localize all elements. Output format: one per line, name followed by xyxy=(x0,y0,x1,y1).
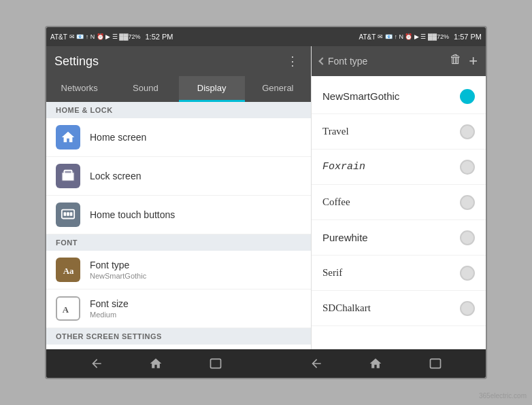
radio-newsmartgothic[interactable] xyxy=(460,89,475,104)
home-nav-left[interactable] xyxy=(149,357,163,370)
font-type-icon: Aa xyxy=(56,258,80,282)
font-name-coffee: Coffee xyxy=(322,196,460,208)
main-area: Settings ⋮ Networks Sound Display Gen xyxy=(46,46,486,349)
app-bar-left: Settings ⋮ xyxy=(46,46,311,76)
radio-coffee[interactable] xyxy=(460,195,475,210)
back-nav-icon-left xyxy=(90,357,103,370)
lock-screen-title: Lock screen xyxy=(90,171,301,181)
tab-sound[interactable]: Sound xyxy=(112,76,178,102)
font-type-text: Font type NewSmartGothic xyxy=(90,260,301,280)
font-item-coffee[interactable]: Coffee xyxy=(312,185,486,220)
right-bar-icons: 🗑 + xyxy=(450,52,478,70)
font-size-icon: A xyxy=(56,296,80,321)
settings-list: HOME & LOCK Home screen xyxy=(46,102,311,349)
section-font: FONT xyxy=(46,234,311,251)
section-other-screen: OTHER SCREEN SETTINGS xyxy=(46,328,311,345)
setting-font-type[interactable]: Aa Font type NewSmartGothic xyxy=(46,251,311,289)
lock-screen-icon xyxy=(56,164,80,188)
font-type-title: Font type xyxy=(90,260,301,270)
settings-title: Settings xyxy=(54,54,282,69)
right-panel: Font type 🗑 + NewSmartGothic Tr xyxy=(312,46,486,349)
nav-bar-left xyxy=(46,357,266,370)
left-panel: Settings ⋮ Networks Sound Display Gen xyxy=(46,46,312,349)
home-screen-icon xyxy=(56,125,80,149)
setting-home-touch-buttons[interactable]: Home touch buttons xyxy=(46,196,311,234)
setting-brightness[interactable]: Brightness (61%) xyxy=(46,345,311,349)
home-touch-title: Home touch buttons xyxy=(90,209,301,220)
font-name-newsmartgothic: NewSmartGothic xyxy=(322,90,460,102)
time-right: 1:57 PM xyxy=(454,33,482,41)
setting-font-size[interactable]: A Font size Medium xyxy=(46,289,311,328)
font-size-title: Font size xyxy=(90,298,301,309)
radio-travel[interactable] xyxy=(460,124,475,139)
setting-home-screen[interactable]: Home screen xyxy=(46,118,311,157)
font-item-travel[interactable]: Travel xyxy=(312,114,486,149)
home-screen-text: Home screen xyxy=(90,132,301,143)
setting-lock-screen[interactable]: Lock screen xyxy=(46,157,311,196)
home-icon xyxy=(61,130,76,145)
font-size-text: Font size Medium xyxy=(90,298,301,319)
radio-serif[interactable] xyxy=(460,266,475,281)
font-name-sdchalkart: SDChalkart xyxy=(322,302,460,314)
font-size-subtitle: Medium xyxy=(90,311,301,319)
svg-point-2 xyxy=(67,176,69,179)
lock-icon xyxy=(61,169,76,183)
home-nav-icon-right xyxy=(369,357,382,370)
font-item-sdchalkart[interactable]: SDChalkart xyxy=(312,291,486,326)
font-type-icon-svg: Aa xyxy=(61,262,76,277)
nav-bar xyxy=(46,349,486,378)
font-list: NewSmartGothic Travel Foxrain Coffee xyxy=(312,76,486,349)
tabs: Networks Sound Display General xyxy=(46,76,311,102)
font-item-newsmartgothic[interactable]: NewSmartGothic xyxy=(312,79,486,114)
back-nav-icon-right xyxy=(310,357,323,370)
delete-icon[interactable]: 🗑 xyxy=(450,52,462,70)
time-left: 1:52 PM xyxy=(145,33,173,41)
svg-rect-4 xyxy=(64,212,67,216)
back-nav-right[interactable] xyxy=(310,357,323,370)
back-button[interactable]: Font type xyxy=(320,56,367,67)
tab-networks[interactable]: Networks xyxy=(46,76,112,102)
home-nav-icon-left xyxy=(149,357,163,370)
touch-buttons-icon xyxy=(61,207,76,222)
carrier-left: AT&T xyxy=(50,33,67,41)
chevron-left-icon xyxy=(318,57,326,65)
status-bar-right: AT&T ✉ 📧 ↑ N ⏰ ▶ ☰ ▓▓72% 1:57 PM xyxy=(266,33,486,41)
recent-nav-icon-left xyxy=(209,357,222,370)
right-panel-title: Font type xyxy=(328,56,367,67)
section-home-lock: HOME & LOCK xyxy=(46,102,311,118)
font-name-serif: Serif xyxy=(322,267,460,279)
nav-bar-right xyxy=(266,357,486,370)
menu-icon[interactable]: ⋮ xyxy=(282,51,303,71)
home-touch-text: Home touch buttons xyxy=(90,209,301,220)
svg-text:Aa: Aa xyxy=(63,266,74,276)
svg-rect-6 xyxy=(70,212,73,216)
signal-icons-right: ✉ 📧 ↑ N ⏰ ▶ ☰ ▓▓72% xyxy=(378,33,449,40)
recent-nav-left[interactable] xyxy=(209,357,222,370)
carrier-right: AT&T xyxy=(359,33,376,41)
device-frame: AT&T ✉ 📧 ↑ N ⏰ ▶ ☰ ▓▓72% 1:52 PM AT&T ✉ … xyxy=(45,26,487,379)
status-bar: AT&T ✉ 📧 ↑ N ⏰ ▶ ☰ ▓▓72% 1:52 PM AT&T ✉ … xyxy=(46,27,486,46)
right-app-bar: Font type 🗑 + xyxy=(312,46,486,76)
radio-purewhite[interactable] xyxy=(460,230,475,245)
add-icon[interactable]: + xyxy=(469,52,478,70)
tab-display[interactable]: Display xyxy=(179,76,245,102)
signal-icons-left: ✉ 📧 ↑ N ⏰ ▶ ☰ ▓▓72% xyxy=(69,33,141,40)
font-item-purewhite[interactable]: Purewhite xyxy=(312,220,486,256)
font-item-foxrain[interactable]: Foxrain xyxy=(312,149,486,185)
font-name-foxrain: Foxrain xyxy=(322,161,460,173)
radio-foxrain[interactable] xyxy=(460,160,475,175)
font-type-subtitle: NewSmartGothic xyxy=(90,272,301,280)
font-name-travel: Travel xyxy=(322,126,460,137)
status-bar-left: AT&T ✉ 📧 ↑ N ⏰ ▶ ☰ ▓▓72% 1:52 PM xyxy=(46,33,266,41)
recent-nav-right[interactable] xyxy=(429,357,442,370)
svg-text:A: A xyxy=(63,305,69,315)
font-item-serif[interactable]: Serif xyxy=(312,256,486,291)
home-nav-right[interactable] xyxy=(369,357,382,370)
tab-general[interactable]: General xyxy=(245,76,311,102)
back-nav-left[interactable] xyxy=(90,357,103,370)
home-touch-icon xyxy=(56,202,80,227)
svg-rect-10 xyxy=(211,359,221,368)
font-name-purewhite: Purewhite xyxy=(322,232,460,243)
home-screen-title: Home screen xyxy=(90,132,301,143)
radio-sdchalkart[interactable] xyxy=(460,301,475,316)
